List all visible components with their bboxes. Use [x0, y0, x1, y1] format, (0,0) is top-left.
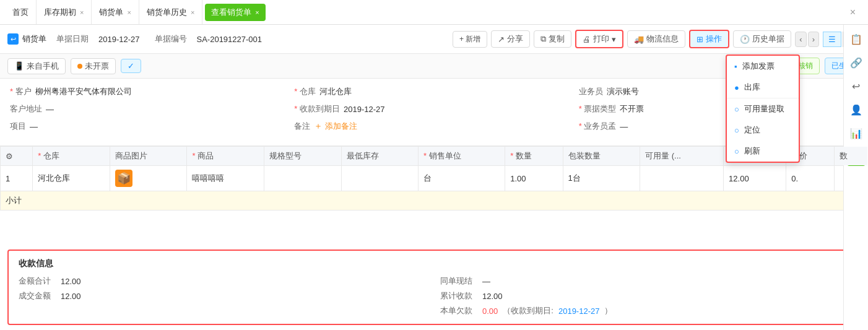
sidebar-icon-2[interactable]: 🔗 — [847, 53, 866, 72]
tab-home[interactable]: 首页 — [5, 0, 37, 24]
tab-sales-history-label: 销货单历史 — [147, 7, 187, 18]
print-dropdown-arrow: ▾ — [612, 35, 616, 44]
customer-label: 客户 — [10, 86, 32, 97]
outbound-item[interactable]: ● 出库 — [727, 77, 799, 98]
cumulative-row: 累计收款 12.00 — [440, 290, 849, 302]
tab-view-sales-close[interactable]: × — [255, 9, 259, 16]
col-unit: 销售单位 — [419, 147, 505, 166]
tab-inventory[interactable]: 库存期初 × — [37, 0, 92, 24]
sidebar-icon-4[interactable]: 👤 — [847, 100, 866, 119]
warehouse-value: 河北仓库 — [319, 86, 352, 97]
grid-icon: ⊞ — [697, 35, 703, 44]
sidebar-icon-3[interactable]: ↩ — [847, 77, 866, 95]
row-img-cell: 📦 — [110, 166, 187, 191]
circle-empty-icon-1: ○ — [734, 105, 739, 114]
history-button[interactable]: 🕐 历史单据 — [733, 30, 791, 48]
ticket-type-label: 票据类型 — [579, 103, 617, 115]
tab-inventory-close[interactable]: × — [80, 9, 84, 16]
project-label: 项目 — [10, 121, 26, 132]
salesperson2-value: — — [620, 122, 628, 131]
share-button[interactable]: ↗ 分享 — [491, 30, 530, 48]
tab-sales-close[interactable]: × — [127, 9, 131, 16]
doc-header: ↩ 销货单 单据日期 2019-12-27 单据编号 SA-20191227-0… — [0, 25, 868, 54]
row-unit: 台 — [419, 166, 505, 191]
salesperson2-field: 业务员孟 — — [579, 121, 858, 132]
row-min-stock — [341, 166, 419, 191]
col-warehouse: 仓库 — [33, 147, 110, 166]
available-qty-label: 可用量提取 — [744, 103, 784, 115]
transaction-value: 12.00 — [61, 292, 81, 301]
address-value: — — [46, 105, 54, 114]
print-button[interactable]: 🖨 打印 ▾ — [575, 30, 623, 48]
customer-field: 客户 柳州粤港平安气体有限公司 — [10, 86, 289, 97]
col-gear[interactable]: ⚙ — [1, 147, 33, 166]
date-value: 2019-12-27 — [98, 35, 140, 44]
sidebar-icon-5[interactable]: 📊 — [847, 124, 866, 142]
number-value: SA-20191227-001 — [197, 35, 263, 44]
check-icon: ✓ — [128, 61, 134, 71]
salesperson2-label: 业务员孟 — [579, 121, 617, 132]
row-product: 嘻嘻嘻嘻 — [187, 166, 264, 191]
row-qty: 1.00 — [505, 166, 563, 191]
copy-button[interactable]: ⧉ 复制 — [534, 30, 571, 48]
prev-button[interactable]: ‹ — [795, 32, 806, 47]
tab-view-sales[interactable]: 查看销货单 × — [205, 4, 265, 21]
confirm-btn[interactable]: ✓ — [121, 59, 141, 73]
refresh-item[interactable]: ○ 刷新 — [727, 141, 799, 162]
refresh-label: 刷新 — [744, 145, 760, 157]
add-invoice-item[interactable]: ▪ 添加发票 — [727, 56, 799, 77]
new-button[interactable]: + 新增 — [453, 31, 487, 48]
list-view-btn[interactable]: ☰ — [823, 32, 841, 47]
address-label: 客户地址 — [10, 103, 42, 115]
salesperson-label: 业务员 — [579, 86, 603, 97]
tab-view-sales-label: 查看销货单 — [211, 7, 251, 18]
table-row: 1 河北仓库 📦 嘻嘻嘻嘻 台 1.00 1台 12.00 0. — [1, 166, 868, 191]
row-spec — [264, 166, 341, 191]
col-min-stock: 最低库存 — [341, 147, 419, 166]
row-stock: 12.00 — [724, 166, 786, 191]
from-phone-btn[interactable]: 📱 来自手机 — [7, 58, 66, 74]
print-icon: 🖨 — [583, 35, 591, 44]
logistics-button[interactable]: 🚚 物流信息 — [627, 30, 685, 48]
balance-value: 0.00 — [482, 306, 498, 316]
tab-sales[interactable]: 销货单 × — [92, 0, 139, 24]
next-button[interactable]: › — [808, 32, 819, 47]
doc-title-icon: ↩ — [7, 33, 19, 45]
row-available — [640, 166, 724, 191]
total-label: 金额合计 — [19, 276, 56, 287]
cumulative-value: 12.00 — [482, 292, 503, 301]
sidebar-icon-1[interactable]: 📋 — [847, 30, 866, 48]
circle-empty-icon-2: ○ — [734, 126, 739, 135]
locate-item[interactable]: ○ 定位 — [727, 119, 799, 141]
truck-icon: 🚚 — [634, 35, 644, 44]
available-qty-item[interactable]: ○ 可用量提取 — [727, 98, 799, 119]
add-note-btn[interactable]: ＋ 添加备注 — [314, 121, 357, 132]
balance-date: 2019-12-27 — [558, 306, 600, 316]
tab-home-label: 首页 — [12, 7, 28, 18]
right-sidebar: 📋 🔗 ↩ 👤 📊 ⛶ — [843, 25, 868, 330]
row-warehouse: 河北仓库 — [33, 166, 110, 191]
row-num: 1 — [1, 166, 33, 191]
tab-bar: 首页 库存期初 × 销货单 × 销货单历史 × 查看销货单 × × — [0, 0, 868, 25]
salesperson-field: 业务员 演示账号 — [579, 86, 858, 97]
payment-date-field: 收款到期日 2019-12-27 — [294, 103, 573, 115]
circle-icon: ● — [734, 83, 739, 92]
history-icon: 🕐 — [740, 35, 750, 44]
subtotal-label: 小计 — [1, 191, 868, 211]
operate-button[interactable]: ⊞ 操作 — [689, 30, 729, 48]
project-field: 项目 — — [10, 121, 289, 132]
plus-icon: ＋ — [314, 121, 323, 132]
tab-sales-history-close[interactable]: × — [191, 9, 194, 16]
tab-sales-label: 销货单 — [99, 7, 123, 18]
window-close-btn[interactable]: × — [843, 7, 863, 18]
not-open-btn[interactable]: 未开票 — [71, 58, 116, 74]
square-icon: ▪ — [734, 62, 737, 71]
copy-icon: ⧉ — [540, 34, 546, 44]
payment-grid: 金额合计 12.00 同单现结 — 成交金额 12.00 累计收款 12.00 … — [19, 276, 849, 316]
share-icon: ↗ — [498, 35, 505, 44]
salesperson-value: 演示账号 — [607, 86, 639, 97]
circle-empty-icon-3: ○ — [734, 147, 739, 156]
col-spec: 规格型号 — [264, 147, 341, 166]
tab-sales-history[interactable]: 销货单历史 × — [139, 0, 202, 24]
ticket-type-value: 不开票 — [620, 103, 644, 115]
